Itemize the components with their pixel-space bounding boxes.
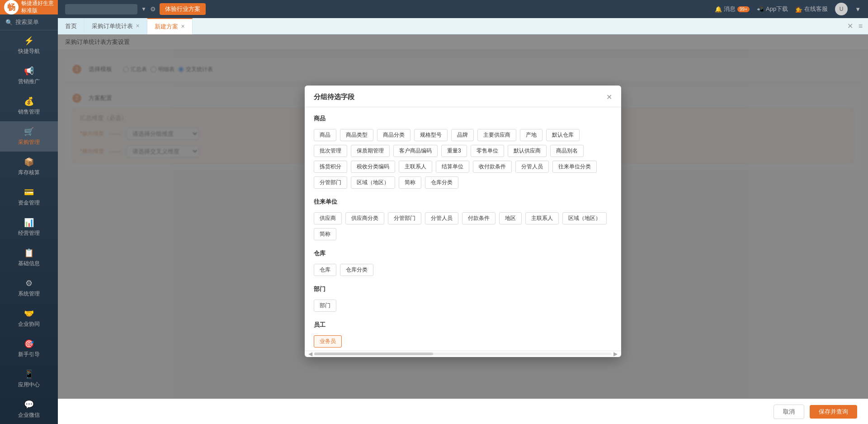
logo-text: 畅捷通好生意 标准版 [21, 0, 54, 14]
chip-goods-item-23[interactable]: 区域（地区） [351, 176, 395, 189]
warehouse-chips: 仓库 仓库分类 [314, 264, 612, 276]
user-menu-arrow[interactable]: ▼ [855, 6, 861, 13]
sidebar-item-basic[interactable]: 📋 基础信息 [0, 243, 58, 273]
chip-goods-item-6[interactable]: 产地 [520, 129, 542, 141]
sidebar-item-operations[interactable]: 📊 经营管理 [0, 212, 58, 243]
chip-warehouse-0[interactable]: 仓库 [314, 264, 336, 276]
sidebar-item-purchase[interactable]: 🛒 采购管理 [0, 121, 58, 152]
wechat-icon: 💬 [24, 400, 34, 410]
chip-warehouse-1[interactable]: 仓库分类 [340, 264, 373, 276]
section-department-title: 部门 [314, 285, 612, 295]
sidebar-item-system[interactable]: ⚙ 系统管理 [0, 273, 58, 303]
chip-employee-0[interactable]: 业务员 [314, 335, 342, 348]
chip-goods-item-20[interactable]: 分管人员 [515, 161, 549, 173]
sidebar-item-inventory[interactable]: 📦 库存核算 [0, 152, 58, 182]
online-service-btn[interactable]: 💁 在线客服 [795, 5, 828, 13]
chip-partner-4[interactable]: 付款条件 [462, 212, 495, 224]
chip-partner-1[interactable]: 供应商分类 [345, 212, 384, 224]
tab-menu-icon[interactable]: ≡ [857, 21, 864, 31]
section-warehouse-title: 仓库 [314, 249, 612, 259]
app-download-btn[interactable]: 📲 App下载 [757, 5, 788, 13]
sidebar-item-sales[interactable]: 💰 销售管理 [0, 91, 58, 121]
cancel-button[interactable]: 取消 [774, 405, 804, 419]
chip-goods-item-18[interactable]: 结算单位 [436, 161, 469, 173]
marketing-icon: 📢 [24, 66, 34, 76]
chip-goods-item-25[interactable]: 仓库分类 [425, 176, 458, 189]
sidebar-item-quick-nav[interactable]: ⚡ 快捷导航 [0, 30, 58, 61]
chip-goods-item-7[interactable]: 默认仓库 [546, 129, 580, 141]
chip-goods-item-15[interactable]: 拣货积分 [314, 161, 347, 173]
chip-partner-6[interactable]: 主联系人 [525, 212, 559, 224]
chip-goods-item-9[interactable]: 保质期管理 [351, 145, 390, 157]
chip-goods-item-0[interactable]: 商品 [314, 129, 336, 141]
user-avatar[interactable]: U [835, 3, 848, 15]
section-employee: 员工 业务员 [314, 321, 612, 348]
section-employee-title: 员工 [314, 321, 612, 331]
search-menu[interactable]: 🔍 搜索菜单 [0, 14, 58, 30]
sidebar-item-marketing[interactable]: 📢 营销推广 [0, 61, 58, 91]
modal-close-button[interactable]: ✕ [606, 93, 612, 101]
sidebar-item-wechat[interactable]: 💬 企业微信 [0, 394, 58, 424]
header-search-input[interactable] [65, 4, 137, 14]
chip-goods-item-22[interactable]: 分管部门 [314, 176, 347, 189]
sidebar-item-appcenter[interactable]: 📱 应用中心 [0, 364, 58, 394]
chip-goods-item-24[interactable]: 简称 [399, 176, 421, 189]
chip-goods-item-10[interactable]: 客户商品编码 [393, 145, 438, 157]
bell-icon: 🔔 [715, 6, 722, 13]
section-warehouse: 仓库 仓库 仓库分类 [314, 249, 612, 276]
sidebar-item-label: 基础信息 [18, 260, 40, 267]
header-gear-icon[interactable]: ⚙ [150, 5, 156, 13]
sidebar-item-newbie[interactable]: 🎯 新手引导 [0, 333, 58, 364]
chip-partner-2[interactable]: 分管部门 [388, 212, 421, 224]
tab-purchase-stats[interactable]: 采购订单统计表 ✕ [85, 18, 147, 34]
sidebar-item-label: 新手引导 [18, 351, 40, 358]
partner-chips: 供应商 供应商分类 分管部门 分管人员 付款条件 地区 主联系人 区域（地区） … [314, 212, 612, 240]
chip-goods-item-11[interactable]: 重量3 [441, 145, 467, 157]
chip-goods-item-17[interactable]: 主联系人 [399, 161, 432, 173]
modal-header: 分组待选字段 ✕ [305, 86, 621, 107]
action-bar: 取消 保存并查询 [58, 399, 868, 424]
chip-goods-item-4[interactable]: 品牌 [451, 129, 474, 141]
scroll-right-arrow[interactable]: ▶ [612, 351, 619, 357]
tab-collapse-icon[interactable]: ✕ [845, 21, 855, 31]
chip-goods-item-3[interactable]: 规格型号 [414, 129, 448, 141]
modal-scrollbar[interactable]: ◀ ▶ [305, 351, 621, 357]
scroll-left-arrow[interactable]: ◀ [307, 351, 314, 357]
scrollbar-thumb[interactable] [314, 353, 433, 355]
chip-partner-0[interactable]: 供应商 [314, 212, 342, 224]
chip-partner-3[interactable]: 分管人员 [425, 212, 458, 224]
tab-purchase-stats-close[interactable]: ✕ [136, 23, 140, 29]
tabs-bar: 首页 采购订单统计表 ✕ 新建方案 ✕ ✕ ≡ [58, 18, 868, 34]
chip-goods-item-21[interactable]: 往来单位分类 [552, 161, 597, 173]
sidebar: 畅 畅捷通好生意 标准版 🔍 搜索菜单 ⚡ 快捷导航 📢 营销推广 💰 销售管理… [0, 0, 58, 424]
chip-goods-item-14[interactable]: 商品别名 [550, 145, 584, 157]
tab-new-scheme-close[interactable]: ✕ [181, 24, 185, 29]
notifications-btn[interactable]: 🔔 消息 99+ [715, 5, 750, 13]
header-dropdown-icon[interactable]: ▼ [141, 6, 146, 12]
sidebar-item-finance[interactable]: 💳 资金管理 [0, 182, 58, 212]
chip-goods-item-13[interactable]: 默认供应商 [508, 145, 547, 157]
tab-home-label: 首页 [65, 22, 77, 30]
tab-new-scheme[interactable]: 新建方案 ✕ [147, 18, 193, 34]
confirm-button[interactable]: 保存并查询 [810, 405, 857, 419]
quick-nav-icon: ⚡ [24, 36, 34, 46]
chip-department-0[interactable]: 部门 [314, 300, 336, 312]
field-select-modal: 分组待选字段 ✕ 商品 商品 商品类型 商品分类 规格型号 品牌 主要供应商 产… [305, 86, 621, 357]
experience-button[interactable]: 体验行业方案 [160, 3, 206, 15]
chip-partner-5[interactable]: 地区 [499, 212, 522, 224]
chip-goods-item-19[interactable]: 收付款条件 [473, 161, 512, 173]
sidebar-item-collab[interactable]: 🤝 企业协同 [0, 303, 58, 333]
sales-icon: 💰 [24, 96, 34, 106]
chip-goods-item-2[interactable]: 商品分类 [377, 129, 410, 141]
modal-body[interactable]: 商品 商品 商品类型 商品分类 规格型号 品牌 主要供应商 产地 默认仓库 批次… [305, 107, 621, 351]
chip-goods-item-16[interactable]: 税收分类编码 [351, 161, 395, 173]
chip-goods-item-8[interactable]: 批次管理 [314, 145, 347, 157]
department-chips: 部门 [314, 300, 612, 312]
chip-partner-7[interactable]: 区域（地区） [562, 212, 607, 224]
chip-goods-item-5[interactable]: 主要供应商 [477, 129, 516, 141]
tab-home[interactable]: 首页 [58, 18, 85, 34]
chip-partner-8[interactable]: 简称 [314, 228, 336, 240]
chip-goods-item-12[interactable]: 零售单位 [471, 145, 504, 157]
chip-goods-item-1[interactable]: 商品类型 [340, 129, 373, 141]
scrollbar-track [314, 353, 612, 355]
